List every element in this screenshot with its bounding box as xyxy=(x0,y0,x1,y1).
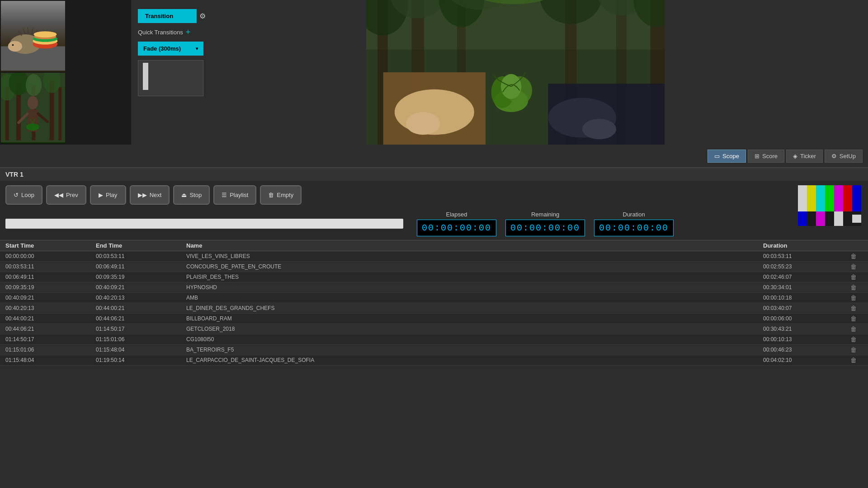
svg-point-51 xyxy=(406,112,440,135)
vtr-controls: ↺ Loop ◀◀ Prev ▶ Play ▶▶ Next xyxy=(0,181,791,209)
setup-button[interactable]: ⚙ SetUp xyxy=(825,150,863,163)
table-row[interactable]: 00:03:53:11 00:06:49:11 CONCOURS_DE_PATE… xyxy=(0,262,868,272)
row-end: 01:19:50:14 xyxy=(96,357,186,363)
col-duration: Duration xyxy=(763,242,844,249)
svg-rect-60 xyxy=(807,185,816,211)
svg-rect-69 xyxy=(825,211,834,226)
row-end: 01:15:48:04 xyxy=(96,347,186,353)
playlist-rows: 00:00:00:00 00:03:53:11 VIVE_LES_VINS_LI… xyxy=(0,251,868,366)
stop-icon: ⏏ xyxy=(181,192,187,198)
preview-thumb-3 xyxy=(1,73,65,144)
playlist-icon: ☰ xyxy=(222,192,227,198)
score-icon: ⊞ xyxy=(755,153,760,160)
empty-button[interactable]: 🗑 Empty xyxy=(260,185,302,205)
table-row[interactable]: 01:15:01:06 01:15:48:04 BA_TERROIRS_F5 0… xyxy=(0,345,868,355)
svg-rect-62 xyxy=(825,185,834,211)
next-label: Next xyxy=(150,192,162,198)
delete-button[interactable]: 🗑 xyxy=(844,346,863,353)
duration-display: Duration 00:00:00:00 xyxy=(594,211,674,236)
quick-transitions-label: Quick Transitions xyxy=(138,29,183,36)
svg-line-4 xyxy=(32,28,33,34)
table-row[interactable]: 00:40:20:13 00:44:00:21 LE_DINER_DES_GRA… xyxy=(0,303,868,314)
table-row[interactable]: 01:15:48:04 01:19:50:14 LE_CARPACCIO_DE_… xyxy=(0,355,868,366)
elapsed-value: 00:00:00:00 xyxy=(417,220,496,236)
row-start: 00:00:00:00 xyxy=(5,253,96,259)
delete-button[interactable]: 🗑 xyxy=(844,253,863,260)
row-duration: 00:00:06:00 xyxy=(763,315,844,322)
add-quick-transition-button[interactable]: + xyxy=(186,28,191,37)
stop-button[interactable]: ⏏ Stop xyxy=(173,185,210,205)
play-button[interactable]: ▶ Play xyxy=(90,185,126,205)
transition-slider[interactable] xyxy=(138,60,203,96)
table-row[interactable]: 01:14:50:17 01:15:01:06 CG1080I50 00:00:… xyxy=(0,334,868,345)
col-name: Name xyxy=(186,242,763,249)
prev-icon: ◀◀ xyxy=(54,192,63,198)
delete-button[interactable]: 🗑 xyxy=(844,273,863,281)
delete-button[interactable]: 🗑 xyxy=(844,315,863,322)
svg-rect-68 xyxy=(816,211,825,226)
delete-button[interactable]: 🗑 xyxy=(844,294,863,301)
table-row[interactable]: 00:44:00:21 00:44:06:21 BILLBOARD_RAM 00… xyxy=(0,314,868,324)
svg-rect-61 xyxy=(816,185,825,211)
svg-rect-20 xyxy=(58,87,61,141)
row-name: AMB xyxy=(186,295,763,301)
scope-button[interactable]: ▭ Scope xyxy=(708,150,746,163)
row-duration: 00:03:40:07 xyxy=(763,305,844,311)
preview-grid xyxy=(0,0,131,145)
delete-button[interactable]: 🗑 xyxy=(844,305,863,312)
table-row[interactable]: 00:00:00:00 00:03:53:11 VIVE_LES_VINS_LI… xyxy=(0,251,868,262)
table-row[interactable]: 00:40:09:21 00:40:20:13 AMB 00:00:10:18 … xyxy=(0,293,868,303)
row-end: 00:44:06:21 xyxy=(96,315,186,322)
table-row[interactable]: 00:44:06:21 01:14:50:17 GETCLOSER_2018 0… xyxy=(0,324,868,334)
svg-point-23 xyxy=(26,74,42,96)
row-name: BA_TERROIRS_F5 xyxy=(186,347,763,353)
next-button[interactable]: ▶▶ Next xyxy=(130,185,170,205)
delete-button[interactable]: 🗑 xyxy=(844,263,863,270)
svg-point-25 xyxy=(28,96,38,109)
play-icon: ▶ xyxy=(99,192,103,198)
transition-panel: Transition ⚙ Quick Transitions + Fade (3… xyxy=(131,0,212,145)
delete-button[interactable]: 🗑 xyxy=(844,336,863,343)
row-start: 00:09:35:19 xyxy=(5,284,96,291)
fade-button[interactable]: Fade (300ms) ▾ xyxy=(138,42,203,56)
row-end: 00:40:20:13 xyxy=(96,295,186,301)
fade-label: Fade (300ms) xyxy=(143,45,181,52)
svg-line-3 xyxy=(28,27,28,33)
table-row[interactable]: 00:06:49:11 00:09:35:19 PLAISIR_DES_THES… xyxy=(0,272,868,282)
transition-button[interactable]: Transition xyxy=(138,9,197,23)
row-end: 00:40:09:21 xyxy=(96,284,186,291)
row-name: LE_DINER_DES_GRANDS_CHEFS xyxy=(186,305,763,311)
preview-thumb-1 xyxy=(1,1,65,72)
row-name: PLAISIR_DES_THES xyxy=(186,274,763,280)
score-button[interactable]: ⊞ Score xyxy=(748,150,784,163)
prev-button[interactable]: ◀◀ Prev xyxy=(46,185,86,205)
middle-spacer xyxy=(212,0,366,145)
progress-bar[interactable] xyxy=(5,219,403,229)
remaining-display: Remaining 00:00:00:00 xyxy=(505,211,585,236)
svg-line-2 xyxy=(23,28,25,34)
score-label: Score xyxy=(762,153,778,160)
loop-button[interactable]: ↺ Loop xyxy=(5,185,42,205)
gear-icon[interactable]: ⚙ xyxy=(199,12,206,20)
preview-thumb-4 xyxy=(66,73,130,144)
top-area: Transition ⚙ Quick Transitions + Fade (3… xyxy=(0,0,868,145)
scope-icon: ▭ xyxy=(714,153,720,160)
delete-button[interactable]: 🗑 xyxy=(844,325,863,333)
preview-thumb-2 xyxy=(66,1,130,72)
delete-button[interactable]: 🗑 xyxy=(844,284,863,291)
duration-label: Duration xyxy=(623,211,645,218)
table-row[interactable]: 00:09:35:19 00:40:09:21 HYPNOSHD 00:30:3… xyxy=(0,282,868,293)
col-delete xyxy=(844,242,863,249)
time-displays: Elapsed 00:00:00:00 Remaining 00:00:00:0… xyxy=(417,211,674,236)
vtr-header: VTR 1 xyxy=(0,168,868,181)
delete-button[interactable]: 🗑 xyxy=(844,357,863,364)
playlist-button[interactable]: ☰ Playlist xyxy=(213,185,256,205)
ticker-label: Ticker xyxy=(800,153,816,160)
ticker-button[interactable]: ◈ Ticker xyxy=(786,150,823,163)
playlist-header: Start Time End Time Name Duration xyxy=(0,240,868,251)
svg-point-14 xyxy=(33,31,57,38)
row-start: 00:06:49:11 xyxy=(5,274,96,280)
row-name: GETCLOSER_2018 xyxy=(186,326,763,332)
row-duration: 00:04:02:10 xyxy=(763,357,844,363)
loop-label: Loop xyxy=(21,192,34,198)
